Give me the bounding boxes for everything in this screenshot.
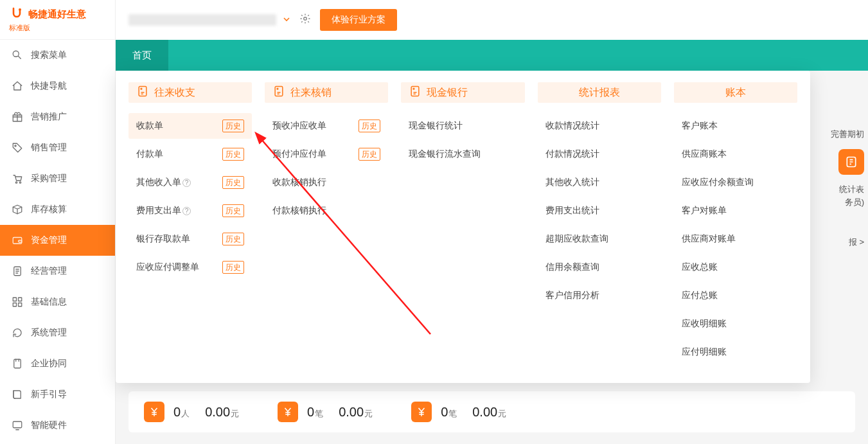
sidebar-item-label: 搜索菜单 xyxy=(31,49,67,61)
sidebar-item-quicknav[interactable]: 快捷导航 xyxy=(0,71,115,102)
menu-item[interactable]: 应收明细账 xyxy=(674,311,797,337)
menu-item[interactable]: 应收应付余额查询 xyxy=(674,170,797,195)
tv-icon xyxy=(12,420,23,431)
sidebar-item-guide[interactable]: 新手引导 xyxy=(0,379,115,410)
sidebar-item-hw[interactable]: 智能硬件 xyxy=(0,410,115,441)
menu-item[interactable]: 客户对账单 xyxy=(674,198,797,224)
industry-plan-button[interactable]: 体验行业方案 xyxy=(320,9,397,31)
tenant-switcher[interactable] xyxy=(128,14,290,26)
sidebar-item-coop[interactable]: 企业协同 xyxy=(0,348,115,379)
sidebar-item-label: 采购管理 xyxy=(31,173,67,184)
peek-text[interactable]: 报 > xyxy=(849,236,864,248)
menu-item-label: 其他收入单 xyxy=(136,177,181,188)
sidebar-item-sys[interactable]: 系统管理 xyxy=(0,317,115,348)
svg-rect-12 xyxy=(14,359,21,368)
stat-count: 0笔 xyxy=(307,405,323,420)
history-tag[interactable]: 历史 xyxy=(222,204,244,217)
history-tag[interactable]: 历史 xyxy=(222,120,244,132)
menu-item[interactable]: 供应商账本 xyxy=(674,141,797,167)
wallet-icon xyxy=(12,235,23,246)
menu-item-label: 预收冲应收单 xyxy=(272,120,326,132)
stat-card: 0笔0.00元 xyxy=(278,402,373,422)
menu-item[interactable]: 其他收入单?历史 xyxy=(128,170,252,195)
flyout-col-header: 往来核销 xyxy=(265,82,388,103)
gear-icon[interactable] xyxy=(299,13,311,27)
history-tag[interactable]: 历史 xyxy=(222,176,244,189)
sidebar-item-label: 新手引导 xyxy=(31,389,67,400)
menu-item[interactable]: 付款单历史 xyxy=(128,141,252,167)
menu-item[interactable]: 现金银行统计 xyxy=(401,113,524,139)
sidebar-item-purchase[interactable]: 采购管理 xyxy=(0,163,115,194)
flyout-col-header: 往来收支 xyxy=(128,82,252,103)
menu-item[interactable]: 预付冲应付单历史 xyxy=(265,141,388,167)
menu-item[interactable]: 应收应付调整单历史 xyxy=(128,254,252,280)
stat-amount: 0.00元 xyxy=(205,405,239,420)
sidebar-item-sales[interactable]: 销售管理 xyxy=(0,132,115,163)
grid-icon xyxy=(12,296,23,308)
menu-item[interactable]: 费用支出单?历史 xyxy=(128,198,252,224)
menu-item[interactable]: 现金银行流水查询 xyxy=(401,141,524,167)
help-icon[interactable]: ? xyxy=(182,207,191,215)
menu-item-label: 费用支出单 xyxy=(136,205,181,217)
brand-edition: 标准版 xyxy=(9,23,106,33)
menu-item[interactable]: 供应商对账单 xyxy=(674,226,797,252)
flyout-col: 现金银行现金银行统计现金银行流水查询 xyxy=(394,82,531,365)
menu-item[interactable]: 费用支出统计 xyxy=(538,198,661,224)
loop-icon xyxy=(12,327,23,339)
history-tag[interactable]: 历史 xyxy=(359,148,380,161)
home-icon xyxy=(12,80,23,92)
sidebar-item-label: 经营管理 xyxy=(31,265,67,277)
menu-item[interactable]: 预收冲应收单历史 xyxy=(265,113,388,139)
menu-item[interactable]: 应收总账 xyxy=(674,254,797,280)
sidebar-item-fund[interactable]: 资金管理 xyxy=(0,225,115,256)
menu-item[interactable]: 客户信用分析 xyxy=(538,283,661,308)
menu-item[interactable]: 付款核销执行 xyxy=(265,198,388,224)
note-icon xyxy=(12,358,23,369)
menu-item-label: 费用支出统计 xyxy=(545,205,599,217)
menu-item[interactable]: 信用余额查询 xyxy=(538,254,661,280)
menu-item[interactable]: 银行存取款单历史 xyxy=(128,226,252,252)
sidebar-nav: 搜索菜单快捷导航营销推广销售管理采购管理库存核算资金管理经营管理基础信息系统管理… xyxy=(0,40,115,444)
menu-item-label: 收款情况统计 xyxy=(545,120,599,132)
menu-item[interactable]: 收款单历史 xyxy=(128,113,252,139)
sidebar-item-search[interactable]: 搜索菜单 xyxy=(0,40,115,71)
sidebar-item-label: 营销推广 xyxy=(31,111,67,123)
menu-item[interactable]: 收款情况统计 xyxy=(538,113,661,139)
menu-item[interactable]: 收款核销执行 xyxy=(265,170,388,195)
svg-point-0 xyxy=(19,8,21,11)
sidebar-item-promo[interactable]: 营销推广 xyxy=(0,102,115,132)
sidebar-item-stock[interactable]: 库存核算 xyxy=(0,194,115,225)
report-icon[interactable] xyxy=(838,149,864,175)
menu-item[interactable]: 其他收入统计 xyxy=(538,170,661,195)
svg-rect-16 xyxy=(139,87,146,96)
menu-item-label: 收款单 xyxy=(136,120,163,132)
peek-text: 务员) xyxy=(845,197,864,208)
history-tag[interactable]: 历史 xyxy=(222,148,244,161)
svg-point-14 xyxy=(304,17,307,21)
tab-home[interactable]: 首页 xyxy=(116,40,168,71)
flyout-col-header: 现金银行 xyxy=(401,82,524,103)
svg-point-4 xyxy=(15,182,17,183)
menu-item-label: 现金银行流水查询 xyxy=(409,148,481,160)
stat-card: 0笔0.00元 xyxy=(411,402,506,422)
sidebar: 畅捷通好生意 标准版 搜索菜单快捷导航营销推广销售管理采购管理库存核算资金管理经… xyxy=(0,0,116,444)
topbar: 体验行业方案 xyxy=(116,0,868,40)
menu-item[interactable]: 超期应收款查询 xyxy=(538,226,661,252)
flyout-col: 账本客户账本供应商账本应收应付余额查询客户对账单供应商对账单应收总账应付总账应收… xyxy=(668,82,804,365)
menu-item-label: 付款情况统计 xyxy=(545,148,599,160)
history-tag[interactable]: 历史 xyxy=(359,120,380,132)
flyout-col-header: 账本 xyxy=(674,82,797,103)
menu-item[interactable]: 付款情况统计 xyxy=(538,141,661,167)
svg-point-1 xyxy=(13,51,19,57)
menu-item[interactable]: 客户账本 xyxy=(674,113,797,139)
help-icon[interactable]: ? xyxy=(182,179,191,187)
doc-icon xyxy=(272,85,285,100)
sidebar-item-biz[interactable]: 经营管理 xyxy=(0,256,115,287)
history-tag[interactable]: 历史 xyxy=(222,261,244,274)
history-tag[interactable]: 历史 xyxy=(222,233,244,245)
menu-item[interactable]: 应付明细账 xyxy=(674,339,797,365)
sidebar-item-base[interactable]: 基础信息 xyxy=(0,287,115,317)
chevron-down-icon xyxy=(283,15,290,25)
menu-item-label: 现金银行统计 xyxy=(409,120,463,132)
menu-item[interactable]: 应付总账 xyxy=(674,283,797,308)
